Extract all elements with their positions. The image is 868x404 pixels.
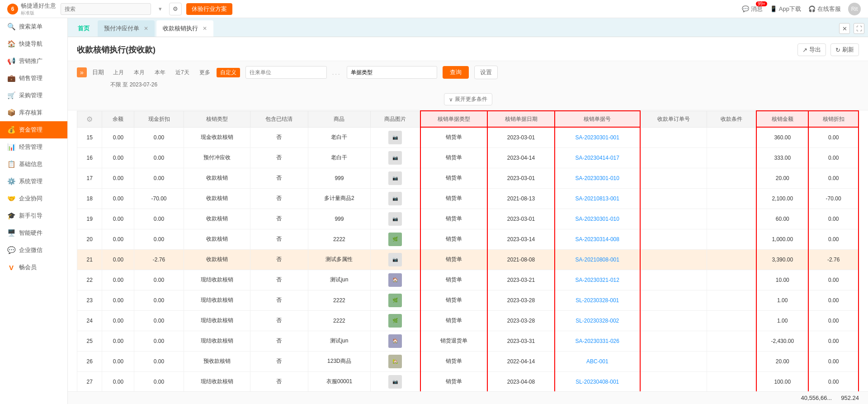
bill-no-link[interactable]: SA-20230321-012: [576, 277, 619, 283]
tab-collection-close-icon[interactable]: ✕: [203, 25, 207, 32]
table-row: 18 0.00 -70.00 收款核销 否 多计量商品2 📷 销货单 2021-…: [77, 188, 859, 209]
cell-balance: 0.00: [102, 371, 134, 391]
cell-no: 21: [77, 249, 102, 270]
search-dropdown-icon[interactable]: ▾: [155, 4, 165, 14]
cell-balance: 0.00: [102, 270, 134, 290]
app-download-button[interactable]: 📱 App下载: [770, 5, 801, 13]
basic-icon: 📋: [7, 160, 15, 168]
cell-writeoff-discount: 0.00: [808, 371, 859, 391]
sidebar-item-system[interactable]: ⚙️ 系统管理: [0, 173, 67, 190]
bill-no-link[interactable]: SA-20210808-001: [576, 257, 619, 263]
sidebar-item-enterprise[interactable]: 🤝 企业协同: [0, 190, 67, 207]
cell-includes-settled: 否: [250, 351, 308, 371]
top-search-input[interactable]: [61, 3, 151, 15]
online-service-button[interactable]: 🎧 在线客服: [808, 5, 841, 13]
date-more-button[interactable]: 更多: [196, 68, 214, 77]
col-header-settings[interactable]: ⚙: [77, 111, 102, 127]
bill-no-link[interactable]: SA-20230301-010: [576, 175, 619, 181]
expand-conditions-button[interactable]: ∨ 展开更多条件: [444, 93, 492, 105]
tab-collection[interactable]: 收款核销执行 ✕: [156, 20, 213, 37]
tab-maximize-button[interactable]: ⛶: [854, 23, 864, 34]
cell-bill-type: 销货单: [420, 188, 488, 209]
cell-cash-discount: 0.00: [134, 209, 184, 229]
tab-collection-label: 收款核销执行: [163, 24, 198, 33]
filter-area: » 日期 上月 本月 本年 近7天 更多 自定义 ... 单据类型 查询 设置: [68, 61, 868, 110]
bill-no-link[interactable]: SA-20210813-001: [576, 195, 619, 202]
message-button[interactable]: 💬 消息 99+: [742, 5, 763, 13]
tab-prepay[interactable]: 预付冲应付单 ✕: [98, 20, 155, 37]
cell-balance: 0.00: [102, 229, 134, 249]
cell-no: 22: [77, 270, 102, 290]
filter-expand-left-button[interactable]: »: [77, 67, 87, 77]
sidebar-label-purchase: 采购管理: [19, 91, 42, 100]
table-header-row: ⚙ 余额 现金折扣 核销类型 包含已结清 商品 商品图片 核销单据类型 核销单据…: [77, 111, 859, 127]
export-button[interactable]: ↗ 导出: [797, 43, 826, 56]
cell-includes-settled: 否: [250, 310, 308, 331]
refresh-button[interactable]: ↻ 刷新: [830, 43, 859, 56]
sidebar-item-basic[interactable]: 📋 基础信息: [0, 156, 67, 173]
sidebar-item-newbie[interactable]: 🎓 新手引导: [0, 207, 67, 224]
sidebar-item-shortcut[interactable]: 🏠 快捷导航: [0, 35, 67, 52]
date-custom-button[interactable]: 自定义: [217, 68, 240, 77]
col-header-collection-order: 收款单订单号: [640, 111, 707, 127]
cell-bill-no: SA-20230301-010: [555, 168, 640, 188]
sidebar-item-hardware[interactable]: 🖥️ 智能硬件: [0, 224, 67, 242]
cell-product: 测试多属性: [308, 249, 371, 270]
bill-no-link[interactable]: SA-20230301-001: [576, 134, 619, 141]
sidebar-item-inventory[interactable]: 📦 库存核算: [0, 104, 67, 121]
column-settings-icon[interactable]: ⚙: [86, 115, 93, 123]
cell-writeoff-amount: 333.00: [756, 147, 808, 168]
bill-no-link[interactable]: SL-20230408-001: [576, 379, 619, 385]
settings-gear-icon[interactable]: ⚙: [169, 3, 182, 15]
cell-bill-date: 2023-03-14: [487, 229, 555, 249]
bill-no-link[interactable]: SA-20230414-017: [576, 155, 619, 161]
table-area[interactable]: ⚙ 余额 现金折扣 核销类型 包含已结清 商品 商品图片 核销单据类型 核销单据…: [68, 110, 868, 391]
sidebar-item-capital[interactable]: 💰 资金管理: [0, 121, 67, 138]
sidebar-item-purchase[interactable]: 🛒 采购管理: [0, 87, 67, 104]
sidebar-item-marketing[interactable]: 📢 营销推广: [0, 52, 67, 70]
filter-row-1: » 日期 上月 本月 本年 近7天 更多 自定义 ... 单据类型 查询 设置: [77, 66, 859, 79]
sidebar-item-wechat[interactable]: 💬 企业微信: [0, 242, 67, 259]
query-button[interactable]: 查询: [443, 66, 469, 79]
setting-button[interactable]: 设置: [474, 66, 498, 79]
cell-bill-no: SL-20230408-001: [555, 371, 640, 391]
cell-writeoff-discount: 0.00: [808, 127, 859, 147]
cell-cash-discount: -2.76: [134, 249, 184, 270]
cell-bill-no: SA-20230414-017: [555, 147, 640, 168]
bill-no-link[interactable]: SA-20230301-010: [576, 216, 619, 222]
sidebar-item-search[interactable]: 🔍 搜索菜单: [0, 18, 67, 35]
cell-collection-condition: [707, 371, 756, 391]
bill-no-link[interactable]: SL-20230328-002: [576, 318, 619, 324]
industry-button[interactable]: 休验行业方案: [186, 3, 232, 15]
user-avatar[interactable]: Rit: [848, 3, 861, 15]
cell-writeoff-discount: -70.00: [808, 188, 859, 209]
cell-bill-type: 销货单: [420, 270, 488, 290]
tab-home[interactable]: 首页: [71, 20, 96, 37]
cell-product-img: 🏠: [371, 270, 420, 290]
bill-no-link[interactable]: SA-20230331-026: [576, 338, 619, 344]
bill-no-link[interactable]: SA-20230314-008: [576, 236, 619, 242]
sidebar-item-operation[interactable]: 📊 经营管理: [0, 138, 67, 156]
cell-bill-date: 2023-03-31: [487, 331, 555, 351]
product-image: 🏡: [388, 355, 402, 368]
tab-prepay-close-icon[interactable]: ✕: [144, 25, 148, 32]
cell-collection-order: [640, 310, 707, 331]
cell-product-img: 📷: [371, 371, 420, 391]
cell-includes-settled: 否: [250, 331, 308, 351]
bill-no-link[interactable]: ABC-001: [586, 358, 609, 365]
table-row: 19 0.00 0.00 收款核销 否 999 📷 销货单 2023-03-01…: [77, 209, 859, 229]
order-type-select[interactable]: 单据类型: [347, 66, 437, 79]
tab-close-button[interactable]: ✕: [839, 23, 850, 34]
cell-collection-order: [640, 351, 707, 371]
bill-no-link[interactable]: SL-20230328-001: [576, 297, 619, 304]
cell-collection-condition: [707, 310, 756, 331]
date-last-month-button[interactable]: 上月: [109, 68, 127, 77]
date-7days-button[interactable]: 近7天: [172, 68, 193, 77]
sidebar-item-sales[interactable]: 💼 销售管理: [0, 70, 67, 87]
date-this-month-button[interactable]: 本月: [130, 68, 148, 77]
cell-bill-type: 销货单: [420, 168, 488, 188]
page-header: 收款核销执行(按收款) ↗ 导出 ↻ 刷新: [68, 37, 868, 61]
partner-filter-input[interactable]: [245, 66, 327, 79]
date-this-year-button[interactable]: 本年: [151, 68, 169, 77]
sidebar-item-member[interactable]: V 畅会员: [0, 259, 67, 276]
